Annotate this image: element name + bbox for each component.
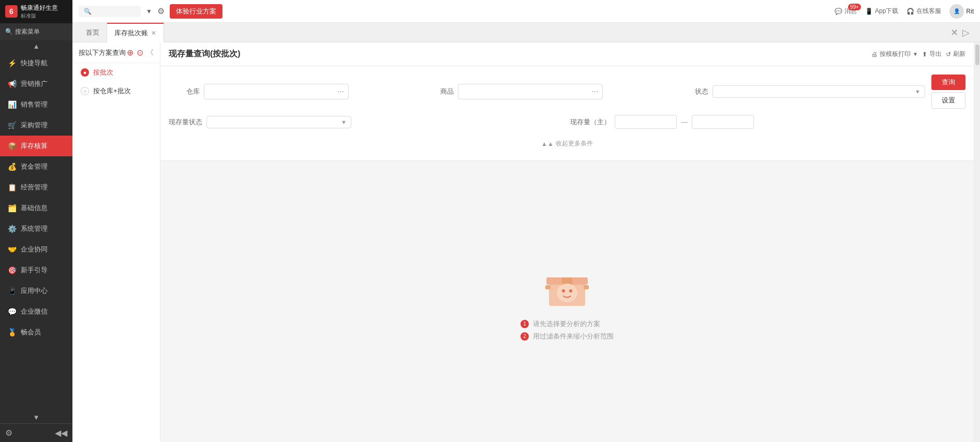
app-title: 畅康通好生意 标准版: [21, 4, 58, 19]
collapse-sidebar-button[interactable]: ◀◀: [55, 428, 67, 438]
filter-area: 仓库 ··· 商品 ··· 状态: [160, 66, 974, 161]
sidebar-item-finance[interactable]: 💰 资金管理: [0, 156, 72, 177]
wechat-icon: 💬: [7, 307, 17, 316]
stock-status-select[interactable]: ▼: [206, 116, 351, 128]
sidebar-header: 6 畅康通好生意 标准版: [0, 0, 72, 23]
user-profile[interactable]: 👤 Rit: [949, 4, 974, 19]
stock-status-filter-group: 现存量状态 ▼: [169, 116, 564, 128]
svg-rect-7: [584, 285, 589, 289]
customer-service-icon: 🎧: [907, 8, 914, 15]
status-filter-group: 状态 ▼: [677, 85, 925, 98]
warehouse-select[interactable]: ···: [204, 84, 349, 99]
message-badge: 99+: [848, 4, 861, 10]
scheme-item-by-warehouse-batch[interactable]: ○ 按仓库+批次: [72, 82, 160, 100]
inventory-icon: 📦: [7, 141, 17, 151]
stock-qty-max-input[interactable]: [692, 115, 754, 129]
tab-home[interactable]: 首页: [79, 23, 107, 42]
sidebar-item-wechat[interactable]: 💬 企业微信: [0, 301, 72, 322]
settings-button[interactable]: 设置: [931, 92, 966, 109]
collapse-left-icon[interactable]: 《: [146, 48, 154, 57]
range-divider: —: [681, 118, 688, 126]
product-select[interactable]: ···: [458, 84, 603, 99]
filter-row-1: 仓库 ··· 商品 ··· 状态: [169, 75, 966, 109]
sidebar-item-quick-nav[interactable]: ⚡ 快捷导航: [0, 53, 72, 73]
scrollbar-thumb[interactable]: [975, 45, 979, 65]
export-button[interactable]: ⬆ 导出: [922, 50, 942, 58]
industry-solution-button[interactable]: 体验行业方案: [170, 4, 222, 19]
left-panel-header: 按以下方案查询 ⊕ ⊙ 《: [72, 42, 160, 63]
sidebar-item-operation[interactable]: 📋 经营管理: [0, 177, 72, 198]
avatar: 👤: [949, 4, 964, 19]
add-scheme-button[interactable]: ⊕: [127, 48, 133, 57]
empty-illustration: [541, 259, 593, 311]
tab-bar: 首页 库存批次账 ✕ ✕ ▷: [72, 23, 980, 42]
status-dropdown-icon[interactable]: ▼: [915, 89, 920, 95]
right-panel-title-bar: 现存量查询(按批次) 🖨 按模板打印 ▼ ⬆ 导出 ↺ 刷新: [160, 42, 974, 66]
panel-close-button[interactable]: ✕: [951, 27, 958, 38]
print-dropdown-icon[interactable]: ▼: [913, 51, 918, 57]
app-logo: 6: [5, 5, 18, 18]
warehouse-dots[interactable]: ···: [337, 87, 344, 96]
topbar-search-input[interactable]: [94, 8, 135, 15]
empty-svg: [541, 259, 593, 311]
app-center-icon: 📱: [7, 286, 17, 296]
app-download-button[interactable]: 📱 App下载: [865, 7, 898, 16]
action-buttons: 查询 设置: [931, 75, 966, 109]
sidebar-item-sales[interactable]: 📊 销售管理: [0, 94, 72, 115]
sidebar-item-newbie[interactable]: 🎯 新手引导: [0, 260, 72, 281]
sidebar-item-purchase[interactable]: 🛒 采购管理: [0, 115, 72, 136]
system-icon: ⚙️: [7, 224, 17, 233]
scheme-settings-icon[interactable]: ⊙: [137, 48, 143, 57]
sidebar-search[interactable]: 🔍 搜索菜单: [0, 23, 72, 40]
warehouse-filter-group: 仓库 ···: [169, 84, 417, 99]
stock-status-dropdown-icon[interactable]: ▼: [341, 119, 347, 125]
sidebar-item-system[interactable]: ⚙️ 系统管理: [0, 218, 72, 239]
query-button[interactable]: 查询: [931, 75, 966, 90]
topbar-gear-icon[interactable]: ⚙: [157, 6, 165, 16]
empty-tip-2: 2 用过滤条件来缩小分析范围: [521, 332, 614, 341]
marketing-icon: 📢: [7, 79, 17, 89]
product-label: 商品: [423, 87, 454, 96]
sidebar-item-inventory[interactable]: 📦 库存核算: [0, 136, 72, 156]
product-filter-group: 商品 ···: [423, 84, 671, 99]
status-select[interactable]: ▼: [712, 85, 925, 98]
panel-expand-button[interactable]: ▷: [962, 27, 970, 38]
app-download-icon: 📱: [865, 8, 873, 15]
customer-service-button[interactable]: 🎧 在线客服: [907, 7, 941, 16]
sidebar-item-enterprise[interactable]: 🤝 企业协同: [0, 239, 72, 260]
main-area: 🔍 ▼ ⚙ 体验行业方案 💬 消息 99+ 📱 App下载 🎧 在线客服 �: [72, 0, 980, 442]
purchase-icon: 🛒: [7, 121, 17, 130]
sidebar-item-app-center[interactable]: 📱 应用中心: [0, 281, 72, 301]
search-icon: 🔍: [5, 28, 13, 35]
messages-button[interactable]: 💬 消息 99+: [835, 7, 857, 16]
topbar-dropdown-arrow[interactable]: ▼: [146, 8, 152, 15]
svg-point-3: [557, 284, 577, 302]
quick-nav-icon: ⚡: [7, 58, 17, 68]
content-area: 按以下方案查询 ⊕ ⊙ 《 ● 按批次 ○ 按仓库+批次 现存量查询(按批次): [72, 42, 980, 442]
stock-qty-filter-group: 现存量（主） —: [570, 115, 966, 129]
scroll-up-button[interactable]: ▲: [0, 40, 72, 53]
sidebar-item-basic[interactable]: 🗂️ 基础信息: [0, 198, 72, 218]
refresh-icon: ↺: [946, 51, 951, 58]
sidebar-item-member[interactable]: 🏅 畅会员: [0, 322, 72, 343]
svg-point-5: [569, 289, 572, 292]
scroll-down-button[interactable]: ▼: [0, 411, 72, 423]
tab-close-icon[interactable]: ✕: [151, 30, 156, 37]
right-scrollbar[interactable]: [974, 42, 980, 442]
print-button[interactable]: 🖨 按模板打印 ▼: [871, 50, 918, 58]
stock-qty-min-input[interactable]: [615, 115, 677, 129]
refresh-button[interactable]: ↺ 刷新: [946, 50, 966, 58]
tab-inventory-batch[interactable]: 库存批次账 ✕: [107, 23, 164, 42]
message-icon: 💬: [835, 8, 842, 15]
collapse-filter-button[interactable]: ▲▲ 收起更多条件: [169, 135, 966, 152]
sidebar-item-marketing[interactable]: 📢 营销推广: [0, 73, 72, 94]
member-icon: 🏅: [7, 328, 17, 337]
left-panel-header-actions: ⊕ ⊙ 《: [127, 48, 154, 57]
topbar-search-icon: 🔍: [84, 8, 92, 15]
scheme-item-by-batch[interactable]: ● 按批次: [72, 63, 160, 82]
settings-button[interactable]: ⚙: [5, 428, 12, 438]
topbar-search-box[interactable]: 🔍: [79, 6, 141, 17]
sidebar-nav: ⚡ 快捷导航 📢 营销推广 📊 销售管理 🛒 采购管理 📦 库存核算 💰 资金管…: [0, 53, 72, 411]
topbar: 🔍 ▼ ⚙ 体验行业方案 💬 消息 99+ 📱 App下载 🎧 在线客服 �: [72, 0, 980, 23]
product-dots[interactable]: ···: [591, 87, 598, 96]
